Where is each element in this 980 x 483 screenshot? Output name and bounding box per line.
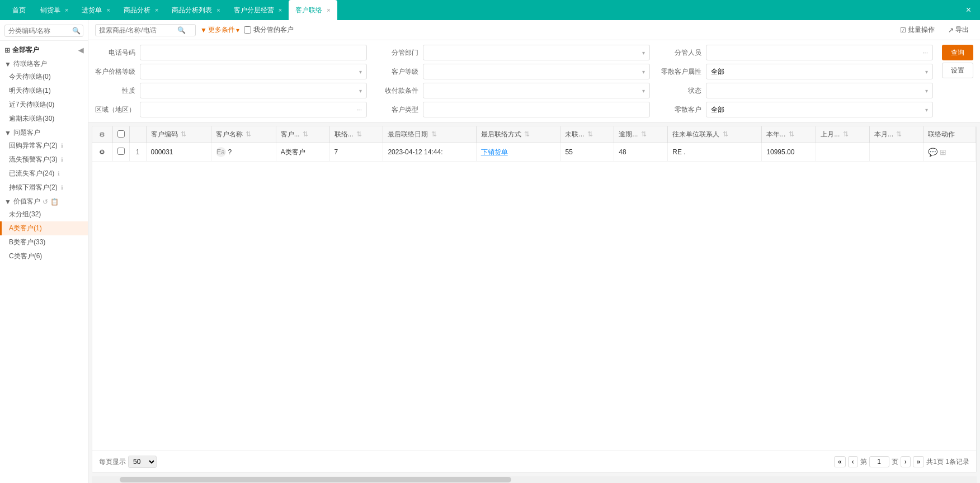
query-button[interactable]: 查询 (942, 45, 973, 60)
data-table-area: ⚙ 客户编码 ⇅ 客户名称 ⇅ (92, 126, 977, 473)
select-all-checkbox[interactable] (117, 130, 125, 138)
nav-tab-sales[interactable]: 销货单 × (34, 0, 75, 20)
close-purchase-icon[interactable]: × (106, 7, 110, 13)
chat-action-icon[interactable]: 💬 (928, 148, 937, 157)
nav-tab-purchase[interactable]: 进货单 × (75, 0, 116, 20)
next-page-button[interactable]: › (901, 456, 911, 467)
table-header-unit-contact[interactable]: 往来单位联系人 ⇅ (668, 126, 762, 143)
sidebar-item-today-contact[interactable]: 今天待联络(0) (0, 70, 88, 84)
status-arrow-icon: ▾ (925, 88, 928, 94)
prev-page-button[interactable]: ‹ (848, 456, 858, 467)
table-header-name[interactable]: 客户名称 ⇅ (211, 126, 276, 143)
collapse-sidebar-icon[interactable]: ◀ (78, 46, 83, 54)
row-gear[interactable]: ⚙ (92, 143, 112, 162)
export-button[interactable]: ↗ 导出 (944, 23, 973, 36)
table-header-last-method[interactable]: 最后联络方式 ⇅ (476, 126, 560, 143)
close-all-button[interactable]: × (962, 5, 976, 15)
page-size-label: 每页显示 (99, 457, 126, 467)
table-body: ⚙ 1 000031 Ea ? (92, 143, 976, 162)
filter-retail-select[interactable]: 全部 ▾ (706, 102, 933, 117)
table-header-overdue[interactable]: 逾期... ⇅ (614, 126, 668, 143)
customer-name-cell: Ea ? (216, 147, 271, 157)
sidebar-item-declining[interactable]: 持续下滑客户(2) ℹ (0, 181, 88, 195)
table-header-last-month[interactable]: 上月... ⇅ (816, 126, 870, 143)
sidebar-item-churn-warning[interactable]: 流失预警客户(3) ℹ (0, 153, 88, 167)
table-header-uncontacted[interactable]: 未联... ⇅ (560, 126, 614, 143)
my-customers-filter[interactable]: 我分管的客户 (244, 25, 294, 35)
filter-retail-attr-select[interactable]: 全部 ▾ (706, 64, 933, 79)
nav-tab-analysis-list[interactable]: 商品分析列表 × (165, 0, 227, 20)
filter-customer-type-select[interactable] (423, 102, 650, 117)
table-header-level[interactable]: 客户... ⇅ (276, 126, 329, 143)
close-analysis-list-icon[interactable]: × (216, 7, 220, 13)
filter-payment-select[interactable]: ▾ (423, 83, 650, 98)
sidebar-search-input[interactable] (4, 25, 83, 37)
a-class-label: A类客户(1) (9, 224, 42, 233)
filter-manager-select[interactable]: ··· (706, 45, 933, 60)
sidebar-item-tomorrow-contact[interactable]: 明天待联络(1) (0, 84, 88, 98)
all-customers-header[interactable]: ⊞ 全部客户 ◀ (0, 41, 88, 57)
nav-tab-customer-segment[interactable]: 客户分层经营 × (227, 0, 289, 20)
problem-group-header[interactable]: ▼ 问题客户 (0, 126, 88, 139)
filter-dept-field: 分管部门 ▾ (378, 45, 650, 60)
filter-region-select[interactable]: ··· (140, 102, 367, 117)
filter-nature-field: 性质 ▾ (95, 83, 367, 98)
close-sales-icon[interactable]: × (65, 7, 68, 13)
filter-status-select[interactable]: ▾ (706, 83, 933, 98)
row-select-checkbox[interactable] (117, 148, 125, 155)
table-header-checkbox[interactable] (112, 126, 129, 143)
batch-ops-button[interactable]: ☑ 批量操作 (896, 23, 939, 36)
sidebar-item-churned[interactable]: 已流失客户(24) ℹ (0, 167, 88, 181)
sidebar-item-abnormal[interactable]: 回购异常客户(2) ℹ (0, 139, 88, 153)
page-number-input[interactable] (869, 456, 889, 467)
sidebar-item-ungrouped[interactable]: 未分组(32) (0, 207, 88, 221)
filter-phone-input[interactable] (140, 45, 367, 60)
table-header-last-date[interactable]: 最后联络日期 ⇅ (383, 126, 476, 143)
last-contact-method[interactable]: 下销货单 (481, 148, 508, 156)
close-contact-icon[interactable]: × (327, 7, 330, 13)
filter-dept-select[interactable]: ▾ (423, 45, 650, 60)
sidebar-item-7day-contact[interactable]: 近7天待联络(0) (0, 98, 88, 112)
first-page-button[interactable]: « (834, 456, 846, 467)
table-header-this-month[interactable]: 本月... ⇅ (870, 126, 924, 143)
qr-action-icon[interactable]: ⊞ (940, 148, 946, 157)
table-header-gear[interactable]: ⚙ (92, 126, 112, 143)
sidebar-item-overdue-contact[interactable]: 逾期未联络(30) (0, 112, 88, 126)
sidebar-item-a-class[interactable]: A类客户(1) (0, 221, 88, 235)
nav-tab-analysis[interactable]: 商品分析 × (117, 0, 165, 20)
table-header-contact[interactable]: 联络... ⇅ (329, 126, 383, 143)
overdue-sort-icon: ⇅ (641, 130, 647, 138)
main-search-input[interactable] (99, 26, 177, 34)
table-header-this-year[interactable]: 本年... ⇅ (762, 126, 816, 143)
contact-sort-icon: ⇅ (356, 130, 362, 138)
row-overdue: 48 (614, 143, 668, 162)
nav-tab-customer-contact[interactable]: 客户联络 × (289, 0, 337, 20)
filter-customer-level-select[interactable]: ▾ (423, 64, 650, 79)
horizontal-scrollbar[interactable] (92, 476, 977, 483)
filter-nature-select[interactable]: ▾ (140, 83, 367, 98)
dept-arrow-icon: ▾ (642, 50, 645, 56)
abnormal-help-icon: ℹ (61, 143, 63, 149)
name-sort-icon: ⇅ (246, 130, 251, 138)
main-search-icon[interactable]: 🔍 (177, 26, 186, 34)
close-segment-icon[interactable]: × (279, 7, 282, 13)
more-filters-button[interactable]: ▼ 更多条件 ▾ (200, 25, 239, 35)
settings-button[interactable]: 设置 (942, 63, 973, 78)
page-size-select[interactable]: 50 100 (128, 456, 157, 468)
value-group-header[interactable]: ▼ 价值客户 ↺ 📋 (0, 195, 88, 207)
value-refresh-icon[interactable]: ↺ (43, 198, 48, 206)
value-settings-icon[interactable]: 📋 (50, 198, 59, 206)
last-page-button[interactable]: » (913, 456, 925, 467)
close-analysis-icon[interactable]: × (155, 7, 158, 13)
scrollbar-thumb[interactable] (120, 477, 511, 482)
table-scroll-container[interactable]: ⚙ 客户编码 ⇅ 客户名称 ⇅ (92, 126, 976, 451)
contact-group-header[interactable]: ▼ 待联络客户 (0, 57, 88, 70)
filter-price-level-select[interactable]: ▾ (140, 64, 367, 79)
table-header-code[interactable]: 客户编码 ⇅ (146, 126, 211, 143)
sidebar-item-c-class[interactable]: C类客户(6) (0, 249, 88, 263)
my-customers-checkbox[interactable] (244, 26, 251, 34)
nav-tab-home[interactable]: 首页 (4, 0, 34, 20)
row-checkbox[interactable] (112, 143, 129, 162)
sidebar-item-b-class[interactable]: B类客户(33) (0, 235, 88, 249)
home-label: 首页 (12, 6, 26, 15)
